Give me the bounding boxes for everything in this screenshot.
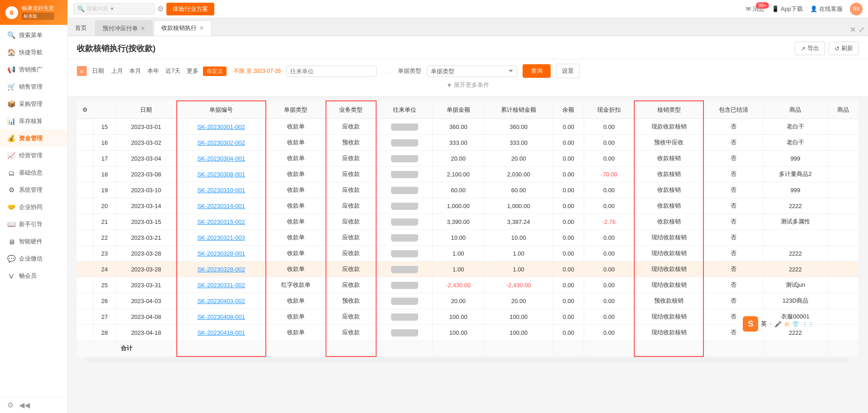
table-cell <box>77 151 93 166</box>
online-service-link[interactable]: 👤 在线客服 <box>810 5 843 13</box>
doc-no-link[interactable]: SK-20230302-002 <box>197 139 245 146</box>
sidebar-item-inventory[interactable]: 📊 库存核算 <box>0 113 67 130</box>
doc-no-link[interactable]: SK-20230314-001 <box>197 203 245 209</box>
doc-no-link[interactable]: SK-20230408-001 <box>197 313 245 320</box>
table-cell[interactable]: SK-20230308-001 <box>177 166 266 182</box>
sidebar-item-guide[interactable]: 📖 新手引导 <box>0 216 67 233</box>
table-cell[interactable]: SK-20230315-002 <box>177 214 266 230</box>
date-prev-month-button[interactable]: 上月 <box>109 66 125 76</box>
sidebar-item-basic[interactable]: 🗂 基础信息 <box>0 164 67 181</box>
expand-tab-button[interactable]: ⤢ <box>859 25 864 34</box>
table-cell: 0.00 <box>553 166 584 182</box>
doc-no-link[interactable]: SK-20230308-001 <box>197 171 245 178</box>
sidebar-item-hardware[interactable]: 🖥 智能硬件 <box>0 233 67 250</box>
table-cell: 应收款 <box>326 261 377 277</box>
table-cell[interactable]: SK-20230408-001 <box>177 309 266 325</box>
settings-button[interactable]: 设置 <box>556 64 580 78</box>
doc-type-select[interactable]: 单据类型 <box>427 66 517 77</box>
basic-icon: 🗂 <box>7 169 15 177</box>
table-cell: 否 <box>703 135 763 151</box>
doc-no-link[interactable]: SK-20230315-002 <box>197 218 245 225</box>
filter-expand-button[interactable]: ▼ 展开更多条件 <box>77 78 859 92</box>
doc-no-link[interactable]: SK-20230331-002 <box>197 282 245 289</box>
sidebar-item-quicknav[interactable]: 🏠 快捷导航 <box>0 44 67 61</box>
doc-no-link[interactable]: SK-20230301-002 <box>197 123 245 130</box>
table-cell[interactable]: SK-20230418-001 <box>177 325 266 341</box>
table-cell[interactable]: SK-20230310-001 <box>177 182 266 198</box>
dropdown-arrow-icon[interactable]: ▼ <box>110 6 114 11</box>
query-button[interactable]: 查询 <box>523 64 551 78</box>
table-cell <box>77 261 93 277</box>
solution-button[interactable]: 体验行业方案 <box>166 3 214 15</box>
sidebar-item-operations[interactable]: 📈 经营管理 <box>0 147 67 164</box>
user-avatar-text: Rit <box>853 5 860 12</box>
table-cell: 应收款 <box>326 277 377 293</box>
sidebar-item-system[interactable]: ⚙ 系统管理 <box>0 181 67 199</box>
table-cell[interactable]: SK-20230331-002 <box>177 277 266 293</box>
horizontal-scrollbar[interactable] <box>86 357 850 362</box>
table-cell[interactable]: SK-20230314-001 <box>177 198 266 214</box>
settings-footer-icon[interactable]: ⚙ <box>7 401 14 409</box>
col-balance: 余额 <box>553 101 584 119</box>
col-setting[interactable]: ⚙ <box>77 101 93 119</box>
sidebar-item-search[interactable]: 🔍 搜索菜单 <box>0 27 67 44</box>
doc-no-link[interactable]: SK-20230418-001 <box>197 329 245 336</box>
sidebar-item-sales[interactable]: 🛒 销售管理 <box>0 78 67 95</box>
date-more-button[interactable]: 更多 <box>185 66 200 76</box>
sidebar-item-purchase[interactable]: 📦 采购管理 <box>0 95 67 113</box>
table-cell[interactable]: SK-20230304-001 <box>177 151 266 166</box>
sidebar-item-finance[interactable]: 💰 资金管理 <box>0 130 67 147</box>
partner-input[interactable] <box>286 66 377 77</box>
message-button[interactable]: ✉ 消息 99+ <box>746 5 764 13</box>
table-cell <box>77 135 93 151</box>
collapse-icon[interactable]: ◀◀ <box>19 401 30 409</box>
table-cell[interactable]: SK-20230301-002 <box>177 119 266 135</box>
doc-no-link[interactable]: SK-20230328-002 <box>197 266 245 273</box>
content-area: 收款核销执行(按收款) ↗ 导出 ↺ 刷新 » 日期 上月 本月 <box>68 36 868 413</box>
refresh-button[interactable]: ↺ 刷新 <box>829 42 859 55</box>
table-cell[interactable]: SK-20230328-001 <box>177 246 266 261</box>
doc-no-link[interactable]: SK-20230310-001 <box>197 187 245 194</box>
table-cell: 收款单 <box>266 214 326 230</box>
table-cell: 否 <box>703 277 763 293</box>
user-avatar[interactable]: Rit <box>850 3 863 15</box>
topbar-search-box[interactable]: 🔍 搜索内容 ▼ <box>73 3 155 14</box>
doc-no-link[interactable]: SK-20230328-001 <box>197 250 245 257</box>
table-cell[interactable]: SK-20230321-003 <box>177 230 266 246</box>
table-cell: 1.00 <box>484 246 553 261</box>
app-download-link[interactable]: 📱 App下载 <box>772 5 803 13</box>
sidebar-item-enterprise[interactable]: 🤝 企业协同 <box>0 199 67 216</box>
table-cell: 现结收款核销 <box>634 325 703 341</box>
tab-prepay[interactable]: 预付冲应付单 ✕ <box>95 20 153 36</box>
table-cell: 2023-04-03 <box>116 293 176 309</box>
table-cell: 1.00 <box>432 261 484 277</box>
home-icon: 🏠 <box>7 48 15 57</box>
sidebar-item-wechat[interactable]: 💬 企业微信 <box>0 250 67 267</box>
topbar-right: ✉ 消息 99+ 📱 App下载 👤 在线客服 Rit <box>746 3 863 15</box>
close-tab-button[interactable]: ✕ <box>850 25 856 34</box>
table-cell[interactable]: SK-20230302-002 <box>177 135 266 151</box>
gear-icon[interactable]: ⚙ <box>157 5 164 13</box>
doc-no-link[interactable]: SK-20230304-001 <box>197 155 245 162</box>
date-7days-button[interactable]: 近7天 <box>164 66 182 76</box>
sidebar-item-vip[interactable]: V 畅会员 <box>0 267 67 285</box>
export-button[interactable]: ↗ 导出 <box>795 42 825 55</box>
purchase-icon: 📦 <box>7 100 15 108</box>
tab-receipt-verify-close-icon[interactable]: ✕ <box>199 25 204 31</box>
tab-home[interactable]: 首页 <box>68 20 94 36</box>
table-cell: 现款收款核销 <box>634 119 703 135</box>
table-cell[interactable]: SK-20230328-002 <box>177 261 266 277</box>
filter-toggle-button[interactable]: » <box>77 66 87 76</box>
table-cell: 15 <box>93 119 116 135</box>
date-custom-button[interactable]: 自定义 <box>203 66 226 76</box>
table-cell[interactable]: SK-20230403-002 <box>177 293 266 309</box>
date-this-year-button[interactable]: 本年 <box>146 66 161 76</box>
date-this-month-button[interactable]: 本月 <box>127 66 143 76</box>
table-cell: 10.00 <box>432 230 484 246</box>
doc-no-link[interactable]: SK-20230403-002 <box>197 298 245 304</box>
doc-no-link[interactable]: SK-20230321-003 <box>197 234 245 241</box>
tab-receipt-verify[interactable]: 收款核销执行 ✕ <box>154 20 212 36</box>
tab-prepay-close-icon[interactable]: ✕ <box>141 25 145 32</box>
sidebar-item-marketing[interactable]: 📢 营销推广 <box>0 61 67 78</box>
table-cell: ██████ <box>376 135 432 151</box>
